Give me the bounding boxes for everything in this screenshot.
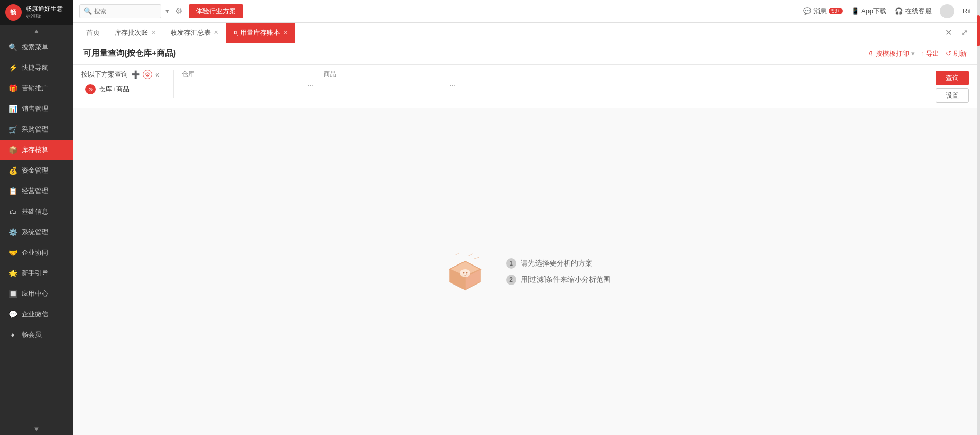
tip-text-1: 请先选择要分析的方案 — [521, 259, 593, 268]
inventory-icon: 📦 — [8, 146, 17, 154]
quick-nav-icon: ⚡ — [8, 64, 17, 72]
app-center-icon: 🔲 — [8, 290, 17, 298]
tab-available-ledger-close[interactable]: ✕ — [283, 29, 288, 36]
tab-receive-summary[interactable]: 收发存汇总表 ✕ — [163, 23, 226, 43]
tab-receive-summary-close[interactable]: ✕ — [214, 29, 218, 36]
right-scrollbar-thumb[interactable] — [977, 15, 980, 46]
right-scrollbar — [977, 0, 980, 435]
sidebar-item-wechat[interactable]: 💬 企业微信 — [0, 304, 73, 325]
guide-icon: 🌟 — [8, 269, 17, 277]
sidebar-item-guide[interactable]: 🌟 新手引导 — [0, 263, 73, 283]
sidebar-item-label: 企业微信 — [22, 310, 48, 319]
printer-icon: 🖨 — [867, 50, 874, 58]
scheme-item-label: 仓库+商品 — [99, 85, 130, 94]
username-label: Rit — [963, 7, 971, 15]
basic-icon: 🗂 — [8, 207, 17, 216]
svg-line-8 — [474, 257, 479, 259]
topbar-search-wrap[interactable]: 🔍 — [79, 4, 161, 18]
sidebar-item-label: 采购管理 — [22, 125, 48, 134]
warehouse-more-icon[interactable]: ··· — [307, 81, 313, 89]
sidebar-menu: 🔍 搜索菜单 ⚡ 快捷导航 🎁 营销推广 📊 销售管理 🛒 采购管理 📦 库存核… — [0, 37, 73, 423]
sidebar-item-basic[interactable]: 🗂 基础信息 — [0, 201, 73, 222]
tab-home[interactable]: 首页 — [79, 23, 107, 43]
wechat-icon: 💬 — [8, 310, 17, 318]
query-button[interactable]: 查询 — [936, 71, 969, 85]
sidebar-item-cooperation[interactable]: 🤝 企业协同 — [0, 242, 73, 263]
app-download-label: App下载 — [861, 7, 886, 16]
svg-line-7 — [468, 254, 473, 256]
sidebar-item-system[interactable]: ⚙️ 系统管理 — [0, 222, 73, 242]
query-actions: 查询 设置 — [936, 70, 969, 103]
empty-tip-2: 2 用[过滤]条件来缩小分析范围 — [506, 275, 611, 285]
svg-line-9 — [455, 253, 459, 255]
page-header-actions: 🖨 按模板打印 ▾ ↑ 导出 ↺ 刷新 — [867, 49, 967, 59]
tip-num-1: 1 — [506, 258, 516, 269]
topbar-search-input[interactable] — [94, 8, 151, 15]
sidebar-item-operation[interactable]: 📋 经营管理 — [0, 181, 73, 201]
refresh-button[interactable]: ↺ 刷新 — [946, 49, 967, 59]
empty-tip-1: 1 请先选择要分析的方案 — [506, 258, 611, 269]
sidebar-item-label: 营销推广 — [22, 84, 48, 93]
operation-icon: 📋 — [8, 187, 17, 195]
product-more-icon[interactable]: ··· — [449, 81, 455, 89]
sidebar-item-purchase[interactable]: 🛒 采购管理 — [0, 119, 73, 140]
empty-tips: 1 请先选择要分析的方案 2 用[过滤]条件来缩小分析范围 — [506, 258, 611, 285]
tab-close-button[interactable]: ✕ — [942, 26, 955, 40]
sidebar-item-label: 销售管理 — [22, 104, 48, 114]
sidebar-scroll-down[interactable]: ▼ — [0, 423, 73, 435]
settings-button[interactable]: 设置 — [936, 88, 969, 103]
sidebar-item-marketing[interactable]: 🎁 营销推广 — [0, 78, 73, 99]
tab-available-ledger[interactable]: 可用量库存账本 ✕ — [226, 23, 295, 43]
sidebar-scroll-up[interactable]: ▲ — [0, 25, 73, 37]
sidebar-item-app-center[interactable]: 🔲 应用中心 — [0, 283, 73, 304]
sidebar-header: 畅 畅康通好生意 标准版 — [0, 0, 73, 25]
warehouse-input[interactable] — [184, 81, 305, 89]
user-avatar[interactable] — [940, 4, 954, 18]
sales-icon: 📊 — [8, 105, 17, 113]
empty-illustration — [439, 246, 491, 297]
industry-solution-button[interactable]: 体验行业方案 — [189, 4, 243, 18]
member-icon: ♦ — [8, 331, 17, 339]
message-button[interactable]: 💬 消息 99+ — [803, 7, 843, 16]
sidebar-item-sales[interactable]: 📊 销售管理 — [0, 99, 73, 119]
scheme-item-warehouse-product[interactable]: ⊙ 仓库+商品 — [81, 81, 167, 98]
export-icon: ↑ — [921, 50, 924, 58]
message-icon: 💬 — [803, 7, 811, 15]
tab-batch-account[interactable]: 库存批次账 ✕ — [107, 23, 163, 43]
empty-state-area: 1 请先选择要分析的方案 2 用[过滤]条件来缩小分析范围 — [73, 108, 977, 435]
tab-expand-button[interactable]: ⤢ — [958, 26, 971, 40]
tabs-right-actions: ✕ ⤢ — [942, 26, 971, 40]
warehouse-input-wrap: ··· — [182, 80, 316, 90]
sidebar-item-label: 应用中心 — [22, 289, 48, 298]
page-title: 可用量查询(按仓库+商品) — [83, 48, 176, 59]
app-download-button[interactable]: 📱 App下载 — [851, 7, 886, 16]
collapse-icon[interactable]: « — [155, 70, 159, 79]
sidebar-item-search[interactable]: 🔍 搜索菜单 — [0, 37, 73, 58]
gear-icon[interactable]: ⚙ — [173, 4, 184, 18]
tab-batch-account-close[interactable]: ✕ — [151, 29, 156, 36]
sidebar-item-inventory[interactable]: 📦 库存核算 — [0, 140, 73, 160]
refresh-label: 刷新 — [953, 49, 967, 59]
sidebar-item-label: 经营管理 — [22, 186, 48, 196]
tab-bar: 首页 库存批次账 ✕ 收发存汇总表 ✕ 可用量库存账本 ✕ ✕ ⤢ — [73, 23, 977, 43]
export-button[interactable]: ↑ 导出 — [921, 49, 940, 59]
sidebar-item-label: 资金管理 — [22, 166, 48, 175]
sidebar-item-quick-nav[interactable]: ⚡ 快捷导航 — [0, 58, 73, 78]
chevron-down-icon[interactable]: ▾ — [165, 7, 169, 15]
tab-home-label: 首页 — [86, 28, 100, 37]
online-service-button[interactable]: 🎧 在线客服 — [895, 7, 932, 16]
sidebar-item-member[interactable]: ♦ 畅会员 — [0, 325, 73, 345]
sidebar: 畅 畅康通好生意 标准版 ▲ 🔍 搜索菜单 ⚡ 快捷导航 🎁 营销推广 📊 销售… — [0, 0, 73, 435]
sidebar-item-label: 企业协同 — [22, 248, 48, 257]
filter-fields: 仓库 ··· 商品 ··· — [182, 70, 928, 90]
sidebar-item-label: 基础信息 — [22, 207, 48, 216]
dropdown-icon: ▾ — [911, 50, 915, 58]
sidebar-item-finance[interactable]: 💰 资金管理 — [0, 160, 73, 181]
settings-scheme-icon[interactable]: ⚙ — [143, 70, 152, 79]
add-scheme-icon[interactable]: ➕ — [131, 70, 140, 79]
search-icon: 🔍 — [84, 7, 92, 15]
tab-batch-account-label: 库存批次账 — [115, 28, 148, 37]
print-button[interactable]: 🖨 按模板打印 ▾ — [867, 49, 915, 59]
product-input[interactable] — [326, 81, 447, 89]
svg-point-5 — [463, 272, 464, 274]
